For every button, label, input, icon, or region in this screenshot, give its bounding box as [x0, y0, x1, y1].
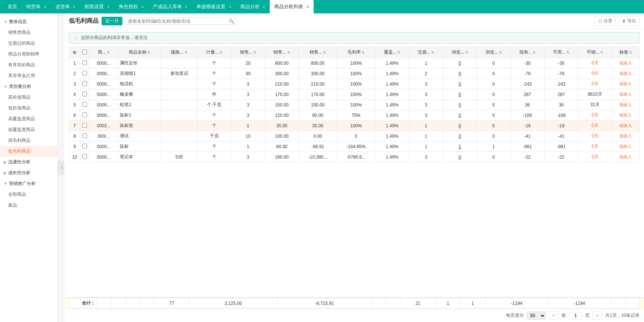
- warning-text: 这部分商品的利润非常低，请关注: [81, 35, 148, 41]
- sidebar-item-all-products[interactable]: 全部商品: [0, 189, 57, 200]
- nav-product-analysis[interactable]: 商品分析 ✕: [236, 0, 270, 13]
- prev-page-btn[interactable]: ＜: [549, 311, 558, 320]
- row-name[interactable]: 鼠标: [118, 141, 161, 152]
- search-input[interactable]: [128, 19, 229, 24]
- sidebar-item-inventory-products[interactable]: 有库存的商品: [0, 60, 57, 70]
- row-checkbox: [80, 100, 89, 110]
- row-browse1[interactable]: 0: [443, 68, 477, 79]
- nav-template[interactable]: 单据模板设置 ✕: [192, 0, 236, 13]
- row-select-checkbox[interactable]: [82, 102, 87, 107]
- sidebar-item-low-value[interactable]: 低价值商品: [0, 103, 57, 114]
- sidebar-item-high-value[interactable]: 高价值商品: [0, 92, 57, 103]
- row-select-checkbox[interactable]: [82, 92, 87, 96]
- row-select-checkbox[interactable]: [82, 133, 87, 138]
- next-page-btn[interactable]: ＞: [593, 311, 602, 320]
- share-button[interactable]: ⬡ 分享: [595, 16, 616, 26]
- nav-role-close[interactable]: ✕: [141, 5, 144, 9]
- col-sales-count[interactable]: 销售...⇅: [231, 47, 265, 58]
- row-browse1[interactable]: 0: [443, 89, 477, 100]
- row-name[interactable]: 测试: [118, 131, 161, 141]
- row-sales-count: 30: [231, 68, 265, 79]
- row-name[interactable]: 橡皮擦: [118, 89, 161, 100]
- sidebar-group-category-label: 类别量分析: [9, 83, 31, 90]
- col-current[interactable]: 现有...⇅: [510, 47, 544, 58]
- sidebar-group-growth[interactable]: ▶ 成长性分析: [0, 168, 57, 178]
- row-available: -242: [544, 79, 578, 89]
- row-name[interactable]: 属性定价: [118, 58, 161, 68]
- row-sales-amount: 170.00: [265, 89, 299, 100]
- col-browse1[interactable]: 浏览...⇅: [443, 47, 477, 58]
- nav-product-entry[interactable]: 产成品入库单 ✕: [148, 0, 192, 13]
- nav-purchase-close[interactable]: ✕: [73, 5, 76, 9]
- row-select-checkbox[interactable]: [82, 71, 87, 76]
- nav-home[interactable]: 首页: [3, 0, 22, 13]
- col-name[interactable]: 商品名称⇅: [118, 47, 161, 58]
- row-name[interactable]: 鼠标1: [118, 110, 161, 121]
- page-number-input[interactable]: [569, 312, 582, 319]
- nav-permission-close[interactable]: ✕: [107, 5, 110, 9]
- row-name[interactable]: 吴细细1: [118, 68, 161, 79]
- sidebar-item-sales-products[interactable]: 销售类商品: [0, 27, 57, 38]
- col-browse2[interactable]: 浏览...⇅: [477, 47, 510, 58]
- nav-template-close[interactable]: ✕: [228, 5, 231, 9]
- row-select-checkbox[interactable]: [82, 112, 87, 117]
- nav-analysis-list[interactable]: 商品分析列表 ✕: [270, 0, 314, 13]
- sidebar-group-overall[interactable]: ▼ 整体信息: [0, 16, 57, 27]
- nav-permission[interactable]: 权限设置 ✕: [80, 0, 114, 13]
- row-browse1[interactable]: 0: [443, 152, 477, 162]
- row-browse1[interactable]: 1: [443, 141, 477, 152]
- search-icon[interactable]: 🔍: [229, 19, 234, 24]
- period-button[interactable]: 近一月: [102, 17, 122, 25]
- nav-product-analysis-close[interactable]: ✕: [262, 5, 265, 9]
- row-browse1[interactable]: 0: [443, 131, 477, 141]
- nav-role[interactable]: 角色授权 ✕: [114, 0, 148, 13]
- sidebar-group-circulation[interactable]: ▶ 流通性分析: [0, 157, 57, 168]
- select-all-checkbox[interactable]: [82, 50, 87, 54]
- sidebar-group-marketing[interactable]: ▼ 营销推广分析: [0, 178, 57, 189]
- nav-analysis-list-close[interactable]: ✕: [306, 5, 309, 9]
- col-code[interactable]: 商...⇅: [89, 47, 118, 58]
- sidebar-item-traded-products[interactable]: 交易过的商品: [0, 38, 57, 49]
- sidebar-item-category-assist[interactable]: 商品分类助销率: [0, 49, 57, 60]
- col-gross-margin[interactable]: 毛利率⇅: [337, 47, 375, 58]
- row-browse1[interactable]: 0: [443, 58, 477, 68]
- row-browse1[interactable]: 0: [443, 110, 477, 121]
- sidebar-collapse-btn[interactable]: 《: [58, 160, 64, 175]
- page-size-select[interactable]: 50 20 100: [527, 312, 546, 320]
- col-spec[interactable]: 规格...⇅: [161, 47, 198, 58]
- sidebar-item-new-products[interactable]: 新品: [0, 200, 57, 211]
- col-coverage[interactable]: 覆盖...⇅: [375, 47, 409, 58]
- row-name[interactable]: 电话机: [118, 79, 161, 89]
- col-saleable[interactable]: 可销...⇅: [578, 47, 612, 58]
- nav-product-entry-close[interactable]: ✕: [185, 5, 188, 9]
- col-unit[interactable]: 计量...⇅: [197, 47, 231, 58]
- row-select-checkbox[interactable]: [82, 123, 87, 128]
- row-select-checkbox[interactable]: [82, 60, 87, 65]
- row-available: 287: [544, 89, 578, 100]
- row-browse1[interactable]: 0: [443, 100, 477, 110]
- sidebar-item-high-margin[interactable]: 高毛利商品: [0, 135, 57, 146]
- col-sales-amount[interactable]: 销售...⇅: [265, 47, 299, 58]
- row-select-checkbox[interactable]: [82, 81, 87, 86]
- row-name[interactable]: 铅笔1: [118, 100, 161, 110]
- row-browse1[interactable]: 0: [443, 79, 477, 89]
- sidebar-item-low-margin[interactable]: 低毛利商品: [0, 146, 57, 157]
- sidebar-group-category[interactable]: ▼ 类别量分析: [0, 81, 57, 92]
- col-tag[interactable]: 标签⇅: [612, 47, 640, 58]
- sidebar-item-high-coverage[interactable]: 高覆盖度商品: [0, 114, 57, 124]
- col-gear[interactable]: ⚙: [69, 47, 80, 58]
- row-name[interactable]: 鼠标垫: [118, 121, 161, 131]
- row-select-checkbox[interactable]: [82, 144, 87, 149]
- col-transaction[interactable]: 交易...⇅: [409, 47, 443, 58]
- sidebar-item-low-coverage[interactable]: 低覆盖度商品: [0, 124, 57, 135]
- nav-sales-close[interactable]: ✕: [44, 5, 47, 9]
- nav-purchase[interactable]: 进货单 ✕: [51, 0, 80, 13]
- export-button[interactable]: ⬇ 导出: [619, 16, 640, 26]
- row-name[interactable]: 笔记本: [118, 152, 161, 162]
- col-sales-profit[interactable]: 销售...⇅: [299, 47, 337, 58]
- col-available[interactable]: 可用...⇅: [544, 47, 578, 58]
- nav-sales[interactable]: 销货单 ✕: [22, 0, 51, 13]
- sidebar-item-capital-usage[interactable]: 库存资金占用: [0, 70, 57, 81]
- row-browse1[interactable]: 0: [443, 121, 477, 131]
- row-select-checkbox[interactable]: [82, 154, 87, 159]
